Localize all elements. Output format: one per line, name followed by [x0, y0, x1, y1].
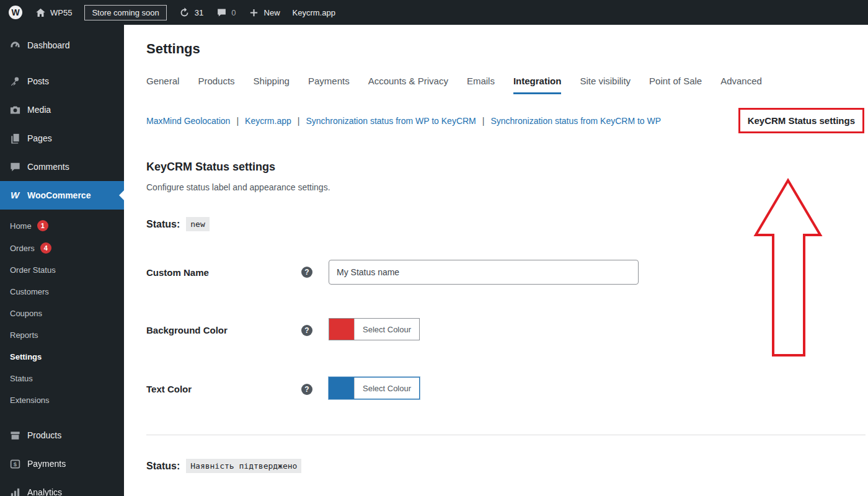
- new-label: New: [264, 8, 280, 17]
- help-icon[interactable]: ?: [301, 325, 312, 336]
- select-colour-label: Select Colour: [354, 319, 419, 340]
- settings-tabs: General Products Shipping Payments Accou…: [146, 76, 868, 94]
- tab-advanced[interactable]: Advanced: [720, 76, 762, 94]
- sidebar-item-label: Dashboard: [27, 39, 70, 51]
- wordpress-logo-menu[interactable]: W: [9, 6, 22, 19]
- payments-dollar-icon: $: [9, 458, 21, 470]
- text-color-field-row: Text Color ? Select Colour: [146, 377, 868, 401]
- text-color-swatch: [329, 378, 354, 399]
- submenu-item-order-status[interactable]: Order Status: [0, 259, 124, 281]
- current-page-title: Keycrm.app: [293, 8, 335, 17]
- page-title: Settings: [146, 41, 868, 57]
- updates-count: 31: [195, 8, 203, 17]
- admin-bar: W WP55 Store coming soon 31 0 New Keycrm…: [0, 0, 868, 25]
- status-label: Status:: [146, 461, 180, 472]
- sidebar-item-label: Comments: [27, 161, 69, 173]
- tab-products[interactable]: Products: [198, 76, 234, 94]
- comments-count: 0: [231, 8, 236, 17]
- dashboard-icon: [9, 39, 21, 51]
- submenu-item-orders[interactable]: Orders 4: [0, 237, 124, 259]
- background-color-picker-button[interactable]: Select Colour: [329, 318, 420, 340]
- tab-general[interactable]: General: [146, 76, 179, 94]
- custom-name-input[interactable]: [329, 260, 639, 285]
- submenu-item-home[interactable]: Home 1: [0, 215, 124, 237]
- comment-bubble-icon: [9, 161, 21, 173]
- sidebar-item-comments[interactable]: Comments: [0, 153, 124, 181]
- svg-text:$: $: [13, 461, 17, 467]
- subnav-separator: |: [298, 116, 300, 126]
- main-content: Settings General Products Shipping Payme…: [124, 25, 868, 496]
- tab-payments[interactable]: Payments: [308, 76, 350, 94]
- status-label: Status:: [146, 219, 180, 230]
- orders-count-badge: 4: [40, 242, 51, 254]
- sidebar-item-label: Media: [27, 104, 51, 116]
- tab-shipping[interactable]: Shipping: [254, 76, 290, 94]
- comments-link[interactable]: 0: [216, 7, 236, 18]
- background-color-field-row: Background Color ? Select Colour: [146, 318, 868, 342]
- sidebar-item-media[interactable]: Media: [0, 95, 124, 124]
- subnav-sync-keycrm-to-wp[interactable]: Synchronization status from KeyCRM to WP: [490, 116, 661, 126]
- products-box-icon: [9, 429, 21, 441]
- submenu-item-reports[interactable]: Reports: [0, 324, 124, 346]
- sidebar-item-woocommerce[interactable]: W WooCommerce: [0, 181, 124, 210]
- submenu-item-settings[interactable]: Settings: [0, 346, 124, 368]
- tab-point-of-sale[interactable]: Point of Sale: [649, 76, 702, 94]
- submenu-item-coupons[interactable]: Coupons: [0, 303, 124, 324]
- background-color-swatch: [329, 319, 354, 340]
- submenu-item-status[interactable]: Status: [0, 368, 124, 389]
- background-color-label: Background Color: [146, 325, 301, 335]
- tab-accounts-privacy[interactable]: Accounts & Privacy: [368, 76, 448, 94]
- comment-bubble-icon: [216, 7, 227, 18]
- sidebar-item-pages[interactable]: Pages: [0, 124, 124, 153]
- tab-emails[interactable]: Emails: [467, 76, 495, 94]
- bar-chart-icon: [9, 486, 21, 496]
- pages-icon: [9, 132, 21, 144]
- tab-integration[interactable]: Integration: [513, 76, 562, 94]
- plus-icon: [249, 7, 260, 18]
- custom-name-field-row: Custom Name ?: [146, 260, 868, 285]
- woocommerce-icon: W: [9, 189, 21, 202]
- sidebar-item-label: Payments: [27, 458, 66, 470]
- updates-link[interactable]: 31: [179, 7, 203, 18]
- subnav-separator: |: [236, 116, 239, 126]
- sidebar-separator: [0, 60, 124, 67]
- home-icon: [35, 7, 46, 18]
- home-count-badge: 1: [37, 220, 48, 231]
- sidebar-item-payments[interactable]: $ Payments: [0, 450, 124, 478]
- subnav-sync-wp-to-keycrm[interactable]: Synchronization status from WP to KeyCRM: [306, 116, 476, 126]
- section-description: Configure status label and appearance se…: [146, 182, 868, 192]
- text-color-picker-button[interactable]: Select Colour: [329, 377, 420, 399]
- status-row-1: Status: new: [146, 217, 868, 231]
- sidebar-item-analytics[interactable]: Analytics: [0, 478, 124, 496]
- site-name-link[interactable]: WP55: [35, 7, 72, 18]
- admin-sidebar: Dashboard Posts Media Pages Comments W W…: [0, 25, 124, 496]
- sidebar-item-label: WooCommerce: [27, 189, 91, 202]
- section-title: KeyCRM Status settings: [146, 161, 868, 174]
- help-icon[interactable]: ?: [301, 384, 312, 395]
- subnav-keycrm-status-settings-highlighted[interactable]: KeyCRM Status settings: [738, 108, 864, 133]
- sidebar-item-label: Products: [27, 429, 61, 441]
- sidebar-item-label: Pages: [27, 132, 52, 144]
- custom-name-label: Custom Name: [146, 267, 301, 278]
- camera-icon: [9, 104, 21, 116]
- section-divider: [146, 435, 866, 435]
- tab-site-visibility[interactable]: Site visibility: [580, 76, 631, 94]
- subnav-separator: |: [482, 116, 485, 126]
- text-color-label: Text Color: [146, 384, 301, 394]
- status-code-badge: Наявність підтверджено: [186, 459, 301, 473]
- sidebar-item-label: Analytics: [27, 486, 62, 496]
- sidebar-item-label: Posts: [27, 75, 49, 87]
- svg-text:W: W: [11, 190, 20, 200]
- sidebar-item-posts[interactable]: Posts: [0, 67, 124, 95]
- pushpin-icon: [9, 75, 21, 87]
- submenu-item-customers[interactable]: Customers: [0, 281, 124, 303]
- subnav-maxmind-geolocation[interactable]: MaxMind Geolocation: [146, 116, 230, 126]
- help-icon[interactable]: ?: [301, 267, 312, 278]
- submenu-item-extensions[interactable]: Extensions: [0, 389, 124, 411]
- sidebar-item-dashboard[interactable]: Dashboard: [0, 31, 124, 60]
- status-code-badge: new: [186, 217, 209, 231]
- subnav-keycrm-app[interactable]: Keycrm.app: [245, 116, 291, 126]
- new-content-menu[interactable]: New: [249, 7, 280, 18]
- sidebar-item-products[interactable]: Products: [0, 421, 124, 450]
- integration-subnav: MaxMind Geolocation | Keycrm.app | Synch…: [146, 108, 868, 133]
